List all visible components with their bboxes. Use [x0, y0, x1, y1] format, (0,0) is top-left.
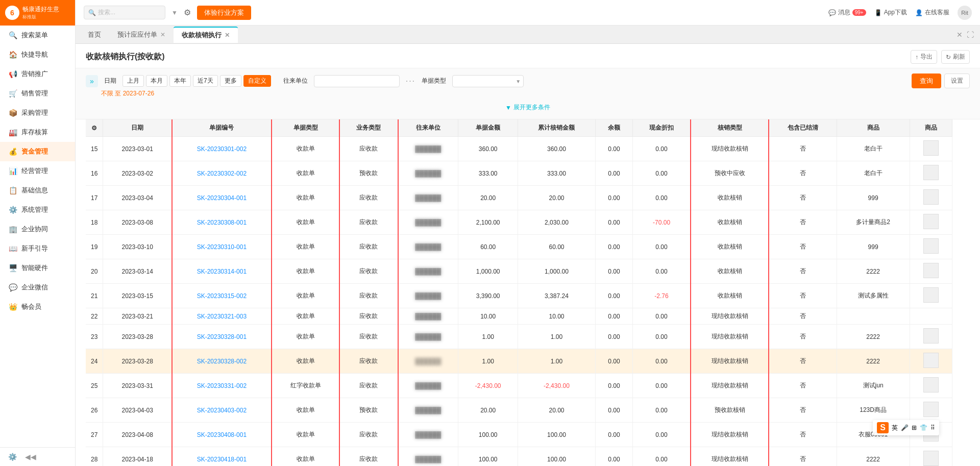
cell-doc-no[interactable]: SK-20230328-002	[172, 349, 272, 374]
filter-toggle-button[interactable]: »	[86, 75, 98, 87]
doc-link[interactable]: SK-20230310-001	[197, 243, 247, 251]
doc-link[interactable]: SK-20230315-002	[197, 292, 247, 300]
sidebar-item-hardware[interactable]: 🖥️ 智能硬件	[0, 258, 75, 278]
sidebar-item-sales[interactable]: 🛒 销售管理	[0, 84, 75, 103]
filter-date-this-month[interactable]: 本月	[146, 75, 167, 87]
doc-link[interactable]: SK-20230408-001	[197, 431, 247, 438]
cell-balance: 0.00	[595, 137, 632, 161]
sidebar-item-operations[interactable]: 📊 经营管理	[0, 161, 75, 181]
doc-link[interactable]: SK-20230331-002	[197, 382, 247, 389]
tab-collection-verify[interactable]: 收款核销执行 ✕	[174, 27, 238, 43]
sidebar-item-inventory[interactable]: 🏭 库存核算	[0, 122, 75, 142]
col-verify-type: 核销类型	[691, 119, 769, 137]
basic-info-icon: 📋	[8, 186, 17, 194]
company-input[interactable]	[314, 75, 400, 87]
settings-button[interactable]: 设置	[944, 73, 970, 88]
cell-amount: -2,430.00	[458, 374, 518, 398]
cell-company: ██████	[398, 308, 458, 325]
cell-date: 2023-03-15	[103, 284, 172, 308]
settings-icon[interactable]: ⚙️	[8, 453, 17, 461]
cell-doc-no[interactable]: SK-20230331-002	[172, 374, 272, 398]
cell-doc-no[interactable]: SK-20230304-001	[172, 186, 272, 210]
tab-close-all-icon[interactable]: ✕	[957, 31, 963, 39]
cell-product	[837, 308, 910, 325]
company-more-icon[interactable]: ···	[406, 77, 415, 86]
doc-link[interactable]: SK-20230304-001	[197, 194, 247, 202]
document-type-select[interactable]	[452, 75, 524, 87]
sidebar-item-basic-info[interactable]: 📋 基础信息	[0, 181, 75, 200]
cell-no: 20	[86, 259, 103, 284]
filter-date-more[interactable]: 更多	[220, 75, 241, 87]
cell-doc-no[interactable]: SK-20230308-001	[172, 210, 272, 235]
sidebar-item-enterprise[interactable]: 🏢 企业协同	[0, 219, 75, 239]
tab-expand-icon[interactable]: ⛶	[967, 31, 974, 39]
cell-doc-no[interactable]: SK-20230328-001	[172, 325, 272, 349]
topbar-search-box[interactable]: 🔍 搜索...	[84, 6, 165, 19]
page-header: 收款核销执行(按收款) ↑ 导出 ↻ 刷新	[76, 44, 980, 68]
doc-link[interactable]: SK-20230403-002	[197, 407, 247, 414]
tab-receivables[interactable]: 预计应应付单 ✕	[109, 27, 174, 42]
operations-icon: 📊	[8, 167, 17, 175]
doc-link[interactable]: SK-20230328-001	[197, 333, 247, 340]
sidebar-item-guide[interactable]: 📖 新手引导	[0, 239, 75, 258]
cell-doc-no[interactable]: SK-20230403-002	[172, 398, 272, 423]
cell-doc-no[interactable]: SK-20230408-001	[172, 423, 272, 447]
wechat-icon: 💬	[8, 283, 17, 291]
doc-link[interactable]: SK-20230321-003	[197, 313, 247, 320]
export-button[interactable]: ↑ 导出	[911, 50, 937, 64]
sidebar: 6 畅康通好生意 标推版 🔍 搜索菜单 🏠 快捷导航 📢 营销推广 🛒 销售管理…	[0, 0, 76, 466]
filter-expand-button[interactable]: ▼ 展开更多条件	[505, 101, 550, 114]
query-button[interactable]: 查询	[912, 73, 941, 88]
cell-balance: 0.00	[595, 186, 632, 210]
topbar-arrow-icon[interactable]: ▼	[172, 9, 178, 16]
table-row: 172023-03-04SK-20230304-001收款单应收款██████2…	[86, 186, 970, 210]
notifications-button[interactable]: 💬 消息 99+	[828, 8, 866, 17]
cell-doc-no[interactable]: SK-20230310-001	[172, 235, 272, 259]
cell-date: 2023-03-01	[103, 137, 172, 161]
sidebar-item-label: 经营管理	[21, 166, 48, 176]
sidebar-item-purchase[interactable]: 📦 采购管理	[0, 103, 75, 122]
filter-date-this-year[interactable]: 本年	[169, 75, 191, 87]
sidebar-item-wechat[interactable]: 💬 企业微信	[0, 278, 75, 297]
cell-doc-no[interactable]: SK-20230418-001	[172, 447, 272, 467]
topbar-gear-icon[interactable]: ⚙	[184, 8, 191, 17]
refresh-button[interactable]: ↻ 刷新	[941, 50, 970, 64]
filter-expand-row: ▼ 展开更多条件	[86, 101, 970, 114]
cell-doc-no[interactable]: SK-20230321-003	[172, 308, 272, 325]
cell-doc-no[interactable]: SK-20230314-001	[172, 259, 272, 284]
tab-receivables-close-icon[interactable]: ✕	[160, 31, 165, 38]
doc-link[interactable]: SK-20230301-002	[197, 145, 247, 153]
filter-date-custom[interactable]: 自定义	[243, 75, 271, 87]
sidebar-item-label: 采购管理	[21, 108, 48, 117]
cell-no: 17	[86, 186, 103, 210]
collapse-icon[interactable]: ◀◀	[25, 453, 36, 461]
col-settings[interactable]: ⚙	[86, 119, 103, 137]
filter-date-last-month[interactable]: 上月	[122, 75, 144, 87]
doc-link[interactable]: SK-20230418-001	[197, 456, 247, 463]
industry-solution-button[interactable]: 体验行业方案	[197, 6, 251, 20]
sidebar-item-finance[interactable]: 💰 资金管理	[0, 142, 75, 161]
sidebar-item-quick-nav[interactable]: 🏠 快捷导航	[0, 45, 75, 64]
filter-date-7days[interactable]: 近7天	[193, 75, 218, 87]
sidebar-item-member[interactable]: 👑 畅会员	[0, 297, 75, 316]
table-row: 262023-04-03SK-20230403-002收款单预收款██████2…	[86, 398, 970, 423]
doc-link[interactable]: SK-20230314-001	[197, 268, 247, 275]
doc-link[interactable]: SK-20230328-002	[197, 358, 247, 365]
cell-product: 测试多属性	[837, 284, 910, 308]
cell-doc-no[interactable]: SK-20230301-002	[172, 137, 272, 161]
cell-verify-type: 预收款核销	[691, 398, 769, 423]
online-service-button[interactable]: 👤 在线客服	[915, 8, 949, 17]
sidebar-item-marketing[interactable]: 📢 营销推广	[0, 64, 75, 84]
cell-doc-no[interactable]: SK-20230315-002	[172, 284, 272, 308]
doc-link[interactable]: SK-20230302-002	[197, 170, 247, 177]
tab-collection-close-icon[interactable]: ✕	[225, 32, 230, 39]
app-download-button[interactable]: 📱 App下载	[874, 8, 907, 17]
user-avatar[interactable]: Rit	[958, 6, 972, 20]
sidebar-item-search[interactable]: 🔍 搜索菜单	[0, 26, 75, 45]
sidebar-item-system[interactable]: ⚙️ 系统管理	[0, 200, 75, 219]
doc-link[interactable]: SK-20230308-001	[197, 219, 247, 226]
cell-date: 2023-03-02	[103, 161, 172, 186]
cell-discount: 0.00	[633, 325, 691, 349]
cell-doc-no[interactable]: SK-20230302-002	[172, 161, 272, 186]
tab-home[interactable]: 首页	[80, 27, 109, 42]
